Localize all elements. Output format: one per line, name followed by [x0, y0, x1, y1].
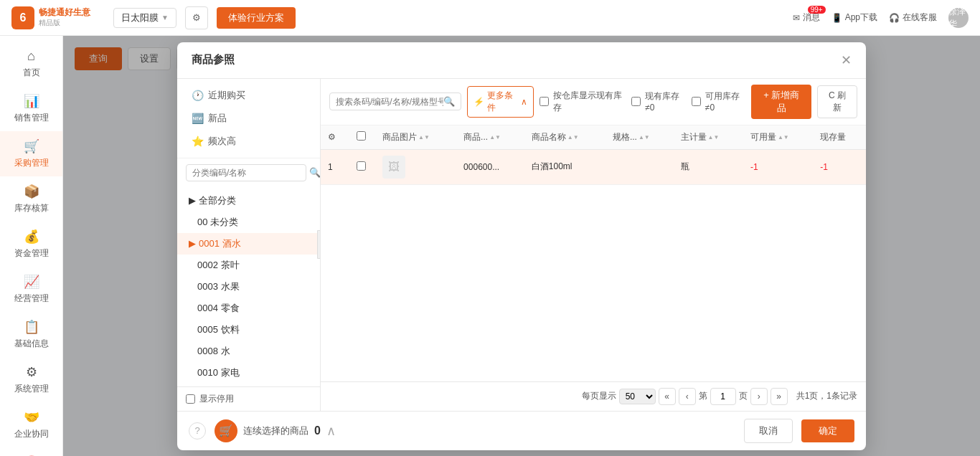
purchase-icon: 🛒	[24, 138, 39, 154]
col-available: 可用量 ▲▼	[743, 125, 813, 150]
sidebar-item-inventory[interactable]: 📦 库存核算	[0, 176, 62, 222]
quick-tabs: 🕐 近期购买 🆕 新品 ⭐ 频次高	[177, 79, 320, 158]
confirm-button[interactable]: 确定	[801, 419, 854, 442]
category-search-input[interactable]	[186, 164, 306, 181]
product-search-box: 🔍	[329, 92, 461, 110]
next-page-button[interactable]: ›	[750, 388, 768, 405]
sort-icon: ▲▼	[708, 134, 720, 141]
product-name-cell: 白酒100ml	[524, 149, 606, 184]
avatar: 徐泽华	[948, 8, 969, 28]
recent-icon: 🕐	[192, 90, 204, 101]
sidebar-item-label: 资金管理	[14, 247, 49, 260]
sidebar-item-label: 销售管理	[14, 112, 49, 124]
sidebar-item-finance[interactable]: 💰 资金管理	[0, 222, 62, 267]
category-0005[interactable]: 0005 饮料	[177, 319, 320, 341]
category-search-icon[interactable]: 🔍	[309, 167, 321, 178]
stock-not-zero-group: 现有库存≠0	[631, 90, 686, 113]
table-row[interactable]: 1 🖼 000600... 白酒100ml	[321, 149, 866, 184]
available-not-zero-checkbox[interactable]	[692, 97, 701, 106]
product-search-icon[interactable]: 🔍	[443, 96, 455, 107]
new-products-tab[interactable]: 🆕 新品	[186, 108, 311, 129]
page-size-select[interactable]: 50 10 20 100	[619, 389, 656, 404]
col-spec: 规格... ▲▼	[606, 125, 674, 150]
messages-nav-item[interactable]: ✉ 消息 99+	[793, 11, 820, 24]
more-filters-button[interactable]: ⚡ 更多条件 ∧	[467, 86, 534, 118]
sort-icon: ▲▼	[567, 134, 579, 141]
recent-purchase-tab[interactable]: 🕐 近期购买	[186, 85, 311, 106]
sort-icon: ▲▼	[778, 134, 789, 141]
show-disabled-checkbox[interactable]	[186, 394, 195, 404]
collapse-cart-button[interactable]: ∧	[326, 423, 336, 439]
last-page-button[interactable]: »	[771, 388, 788, 405]
category-0001[interactable]: ▶ 0001 酒水	[177, 233, 320, 255]
basics-icon: 📋	[24, 319, 39, 335]
col-unit: 主计量 ▲▼	[674, 125, 743, 150]
prev-page-button[interactable]: ‹	[679, 388, 696, 405]
collapse-left-panel-button[interactable]: 《	[317, 230, 321, 259]
logo-area: 6 畅捷通好生意 精品版	[11, 6, 105, 29]
main-layout: ⌂ 首页 📊 销售管理 🛒 采购管理 📦 库存核算 💰 资金管理 📈 经营管理 …	[0, 36, 980, 456]
stock-not-zero-checkbox[interactable]	[631, 97, 641, 106]
message-icon: ✉	[793, 13, 800, 23]
cart-area: 🛒 连续选择的商品 0 ∧	[215, 419, 735, 442]
sidebar-item-enterprise[interactable]: 🤝 企业协同	[0, 402, 62, 447]
page-number-input[interactable]	[710, 388, 736, 405]
add-product-button[interactable]: + 新增商品	[751, 85, 811, 119]
store-selector[interactable]: 日太阳膜 ▼	[113, 8, 176, 28]
modal-body: 🕐 近期购买 🆕 新品 ⭐ 频次高	[177, 79, 866, 411]
modal-toolbar: 🔍 ⚡ 更多条件 ∧ 按仓库显示现有库存	[321, 79, 866, 125]
sidebar-item-label: 库存核算	[14, 202, 49, 214]
cancel-button[interactable]: 取消	[744, 419, 793, 443]
sort-icon: ▲▼	[489, 134, 501, 141]
settings-col-icon[interactable]: ⚙	[328, 132, 336, 142]
warehouse-display-checkbox[interactable]	[540, 97, 549, 106]
category-00[interactable]: 00 未分类	[177, 212, 320, 233]
sidebar-item-label: 基础信息	[14, 338, 49, 350]
category-0010[interactable]: 0010 家电	[177, 362, 320, 384]
finance-icon: 💰	[24, 229, 39, 244]
category-all[interactable]: ▶ 全部分类	[177, 190, 320, 212]
category-0002[interactable]: 0002 茶叶	[177, 255, 320, 276]
top-nav: 6 畅捷通好生意 精品版 日太阳膜 ▼ ⚙ 体验行业方案 ✉ 消息 99+ 📱 …	[0, 0, 980, 36]
sidebar-item-home[interactable]: ⌂ 首页	[0, 42, 62, 86]
chevron-down-icon: ▼	[161, 14, 169, 22]
table-header-row: ⚙ 商品图片	[321, 125, 866, 150]
first-page-button[interactable]: «	[659, 388, 676, 405]
product-table-area: ⚙ 商品图片	[321, 125, 866, 381]
sidebar-item-sales[interactable]: 📊 销售管理	[0, 86, 62, 131]
product-code-cell: 000600...	[456, 149, 524, 184]
product-table: ⚙ 商品图片	[321, 125, 866, 185]
category-search-area: 🔍	[177, 158, 320, 187]
modal-close-button[interactable]: ✕	[841, 52, 852, 68]
system-icon: ⚙	[26, 364, 37, 380]
expand-icon: ▶	[189, 238, 196, 249]
product-search-input[interactable]	[336, 97, 443, 107]
sidebar-item-operations[interactable]: 📈 经营管理	[0, 267, 62, 312]
refresh-button[interactable]: C 刷新	[817, 85, 857, 118]
trial-button[interactable]: 体验行业方案	[217, 7, 296, 29]
settings-icon[interactable]: ⚙	[185, 6, 208, 29]
help-icon[interactable]: ?	[189, 422, 206, 440]
sidebar-item-label: 首页	[23, 67, 40, 79]
modal-title: 商品参照	[192, 53, 235, 67]
mobile-icon: 📱	[831, 13, 842, 23]
sidebar-item-system[interactable]: ⚙ 系统管理	[0, 357, 62, 402]
category-0008[interactable]: 0008 水	[177, 341, 320, 362]
sidebar-item-guide[interactable]: 🎯 新手引导	[0, 447, 62, 456]
product-stock-cell: -1	[813, 149, 866, 184]
user-profile-nav-item[interactable]: 徐泽华	[948, 8, 969, 28]
sort-icon: ▲▼	[418, 134, 430, 141]
sidebar-item-purchase[interactable]: 🛒 采购管理	[0, 131, 62, 176]
product-spec-cell	[606, 149, 674, 184]
product-reference-modal: 商品参照 ✕ 🕐 近期购买 🆕	[177, 42, 866, 450]
category-0004[interactable]: 0004 零食	[177, 298, 320, 319]
modal-overlay: 商品参照 ✕ 🕐 近期购买 🆕	[63, 36, 980, 456]
expand-icon: ▶	[189, 195, 196, 206]
row-checkbox[interactable]	[357, 161, 366, 171]
frequent-tab[interactable]: ⭐ 频次高	[186, 130, 311, 152]
sidebar-item-basics[interactable]: 📋 基础信息	[0, 312, 62, 357]
customer-service-nav-item[interactable]: 🎧 在线客服	[889, 11, 937, 24]
app-download-nav-item[interactable]: 📱 App下载	[831, 11, 877, 24]
category-0003[interactable]: 0003 水果	[177, 276, 320, 298]
select-all-checkbox[interactable]	[357, 131, 366, 141]
